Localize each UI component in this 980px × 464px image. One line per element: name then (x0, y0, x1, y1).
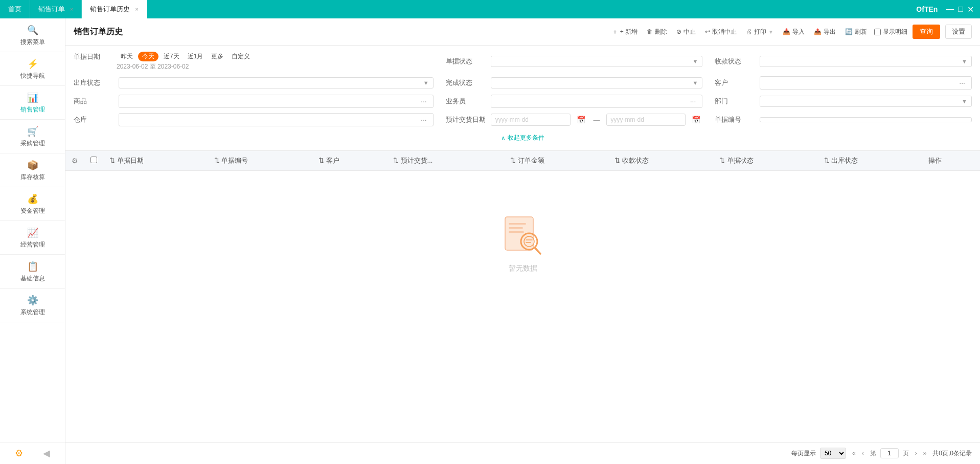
tab-sales-order-label: 销售订单 (38, 5, 65, 14)
est-date-end-cal[interactable]: 📅 (690, 116, 702, 124)
quick-nav-icon: ⚡ (27, 58, 38, 70)
display-detail-input[interactable] (874, 29, 881, 35)
toolbar: ＋ + 新增 🗑 删除 ⊘ 中止 ↩ 取消中止 🖨 打印 (610, 25, 972, 45)
svg-line-6 (535, 248, 540, 254)
est-date-dash: — (591, 116, 602, 124)
page-nav: « ‹ 第 页 › » (850, 448, 928, 459)
page-title: 销售订单历史 (74, 27, 123, 43)
per-page-label: 每页显示 (791, 449, 816, 458)
per-page-select[interactable]: 50 10 20 100 (820, 448, 846, 459)
col-date-label: ⇅ 单据日期 (109, 157, 144, 164)
page-input[interactable] (880, 448, 899, 458)
goods-dots[interactable]: ··· (419, 97, 429, 105)
last-page-button[interactable]: » (921, 449, 929, 458)
delivery-status-select[interactable]: ▼ (119, 77, 434, 89)
delivery-status-label: 出库状态 (74, 78, 115, 87)
first-page-button[interactable]: « (850, 449, 858, 458)
sidebar-item-quicknav[interactable]: ⚡ 快捷导航 (0, 52, 65, 86)
sidebar-item-system[interactable]: ⚙️ 系统管理 (0, 289, 65, 322)
est-date-start[interactable]: yyyy-mm-dd (491, 114, 571, 126)
salesperson-dots[interactable]: ··· (688, 97, 698, 105)
payment-status-label: 收款状态 (715, 57, 756, 66)
cancel-stop-icon: ↩ (705, 28, 710, 35)
display-detail-checkbox[interactable]: 显示明细 (874, 28, 907, 36)
est-date-start-cal[interactable]: 📅 (575, 116, 587, 124)
svg-point-5 (524, 236, 534, 247)
col-amount: ⇅ 订单金额 (504, 151, 609, 171)
sidebar-toggle-icon[interactable]: ◀ (43, 448, 50, 459)
collapse-row[interactable]: ∧ 收起更多条件 (74, 131, 972, 144)
print-label: 打印 (754, 28, 766, 36)
tab-sales-order-history-close[interactable]: × (135, 6, 138, 12)
sidebar-item-system-label: 系统管理 (20, 308, 45, 317)
col-settings: ⚙ (65, 151, 84, 171)
close-button[interactable]: ✕ (967, 5, 974, 14)
sidebar-item-purchase[interactable]: 🛒 采购管理 (0, 120, 65, 153)
sidebar-item-operation[interactable]: 📈 经营管理 (0, 221, 65, 255)
empty-text: 暂无数据 (509, 264, 537, 273)
col-payment-label: ⇅ 收款状态 (614, 157, 649, 164)
tab-home[interactable]: 首页 (0, 0, 30, 18)
tab-sales-order[interactable]: 销售订单 × (30, 0, 82, 18)
est-date-end[interactable]: yyyy-mm-dd (606, 114, 686, 126)
warehouse-input[interactable]: ··· (119, 113, 434, 126)
col-date: ⇅ 单据日期 (103, 151, 208, 171)
svg-rect-1 (509, 223, 526, 225)
sidebar-item-search[interactable]: 🔍 搜索菜单 (0, 18, 65, 52)
status-select[interactable]: ▼ (491, 56, 703, 67)
delete-button[interactable]: 🗑 删除 (645, 27, 669, 37)
dept-select[interactable]: ▼ (760, 96, 972, 107)
shortcut-more[interactable]: 更多 (208, 52, 226, 61)
cancel-stop-button[interactable]: ↩ 取消中止 (703, 27, 739, 37)
warehouse-dots[interactable]: ··· (419, 116, 429, 124)
customer-dots[interactable]: ··· (957, 79, 967, 87)
select-all-checkbox[interactable] (90, 157, 97, 163)
shortcut-yesterday[interactable]: 昨天 (118, 52, 136, 61)
col-payment: ⇅ 收款状态 (608, 151, 713, 171)
prev-page-button[interactable]: ‹ (860, 449, 866, 458)
table-gear-icon[interactable]: ⚙ (72, 157, 78, 165)
shortcut-custom[interactable]: 自定义 (229, 52, 253, 61)
customer-input[interactable]: ··· (760, 76, 972, 90)
doc-number-input[interactable] (760, 117, 972, 122)
collapse-label: 收起更多条件 (508, 134, 544, 142)
complete-status-label: 完成状态 (446, 78, 487, 87)
brand-label: OfTEn (916, 5, 938, 13)
query-button[interactable]: 查询 (913, 25, 940, 39)
goods-input[interactable]: ··· (119, 95, 434, 108)
top-bar-controls: OfTEn — □ ✕ (916, 5, 980, 14)
col-amount-label: ⇅ 订单金额 (510, 157, 544, 164)
content-area: 销售订单历史 ＋ + 新增 🗑 删除 ⊘ 中止 ↩ 取消中止 (65, 18, 980, 464)
stop-button[interactable]: ⊘ 中止 (674, 27, 698, 37)
sidebar-item-inventory[interactable]: 📦 库存核算 (0, 153, 65, 187)
shortcut-7days[interactable]: 近7天 (161, 52, 183, 61)
sidebar-item-finance[interactable]: 💰 资金管理 (0, 187, 65, 221)
tab-sales-order-history[interactable]: 销售订单历史 × (82, 0, 147, 18)
filter-row-1: 单据日期 昨天 今天 近7天 近1月 更多 自定义 2023-06-02 至 2… (74, 52, 972, 71)
shortcut-today[interactable]: 今天 (138, 52, 158, 61)
import-button[interactable]: 📥 导入 (781, 27, 807, 37)
sidebar-settings-icon[interactable]: ⚙ (15, 448, 23, 459)
refresh-button[interactable]: 🔄 刷新 (843, 27, 869, 37)
payment-status-select[interactable]: ▼ (760, 56, 972, 67)
minimize-button[interactable]: — (946, 5, 954, 14)
settings-button[interactable]: 设置 (945, 25, 972, 39)
goods-label: 商品 (74, 97, 115, 106)
next-page-button[interactable]: › (913, 449, 919, 458)
sidebar-item-baseinfo[interactable]: 📋 基础信息 (0, 255, 65, 289)
collapse-icon: ∧ (501, 135, 506, 142)
salesperson-input[interactable]: ··· (491, 95, 703, 108)
shortcut-1month[interactable]: 近1月 (185, 52, 207, 61)
complete-status-select[interactable]: ▼ (491, 77, 703, 89)
main-layout: 🔍 搜索菜单 ⚡ 快捷导航 📊 销售管理 🛒 采购管理 📦 库存核算 💰 资金管… (0, 18, 980, 464)
delete-icon: 🗑 (647, 28, 653, 35)
maximize-button[interactable]: □ (958, 5, 963, 14)
payment-status-arrow: ▼ (962, 58, 967, 64)
tab-sales-order-close[interactable]: × (70, 6, 73, 12)
col-customer: ⇅ 客户 (312, 151, 387, 171)
sidebar-item-sales[interactable]: 📊 销售管理 (0, 86, 65, 120)
new-button[interactable]: ＋ + 新增 (610, 27, 640, 37)
export-button[interactable]: 📤 导出 (812, 27, 838, 37)
print-button[interactable]: 🖨 打印 ▼ (744, 27, 776, 37)
doc-number-label: 单据编号 (715, 115, 756, 124)
